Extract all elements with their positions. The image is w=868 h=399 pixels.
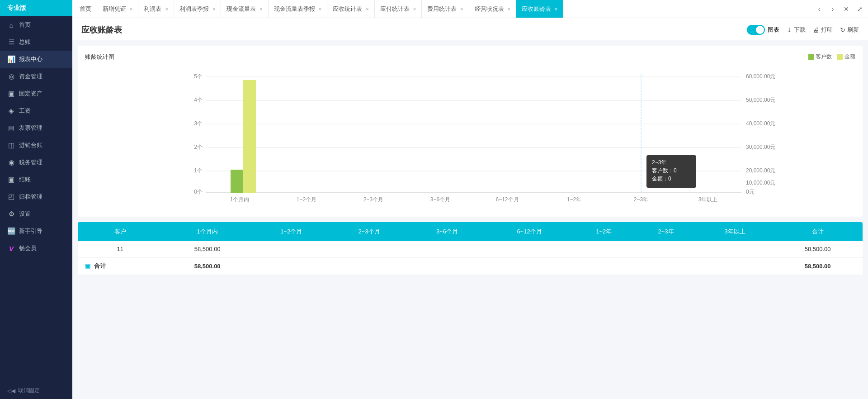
sidebar-label-vip: 畅会员 xyxy=(19,244,37,252)
tab-business-stat[interactable]: 经营状况表 × xyxy=(469,0,516,18)
app-logo: 专业版 xyxy=(0,0,72,16)
sidebar-item-salary[interactable]: ◈ 工资 xyxy=(0,102,72,119)
sidebar-item-stock[interactable]: ◫ 进销台账 xyxy=(0,137,72,154)
print-button[interactable]: 🖨 打印 xyxy=(813,26,833,34)
tab-cashflow-quarter-label: 现金流量表季报 xyxy=(274,5,315,13)
tab-close-all-button[interactable]: ✕ xyxy=(840,3,853,15)
svg-text:6~12个月: 6~12个月 xyxy=(495,196,519,203)
download-label: 下载 xyxy=(794,26,806,34)
tab-cashflow[interactable]: 现金流量表 × xyxy=(221,0,268,18)
refresh-button[interactable]: ↻ 刷新 xyxy=(840,26,859,34)
tab-home-label: 首页 xyxy=(80,5,91,13)
sidebar-item-guide[interactable]: 🆕 新手引导 xyxy=(0,223,72,240)
tab-expense-stat[interactable]: 费用统计表 × xyxy=(422,0,469,18)
tab-payable-stat-close[interactable]: × xyxy=(413,6,416,12)
total-year23 xyxy=(635,257,697,275)
stock-icon: ◫ xyxy=(7,141,15,149)
tab-business-stat-close[interactable]: × xyxy=(508,6,510,12)
sidebar-item-archive[interactable]: ◰ 归档管理 xyxy=(0,188,72,205)
total-month36 xyxy=(408,257,486,275)
unpin-icon: ◁◀ xyxy=(7,388,15,394)
tab-cashflow-quarter[interactable]: 现金流量表季报 × xyxy=(269,0,327,18)
bar-count-0[interactable] xyxy=(231,170,243,193)
chart-title: 账龄统计图 xyxy=(85,53,114,61)
legend-amount-label: 金额 xyxy=(844,53,855,61)
cell-year23 xyxy=(635,241,697,257)
cell-year12 xyxy=(573,241,635,257)
table-section: 客户 1个月内 1~2个月 2~3个月 3~6个月 6~12个月 1~2年 2~… xyxy=(78,222,863,275)
page-header: 应收账龄表 图表 ⤓ 下载 🖨 打印 ↻ 刷新 xyxy=(72,18,868,40)
sidebar-item-tax[interactable]: ◉ 税务管理 xyxy=(0,154,72,171)
main-content: 首页 新增凭证 × 利润表 × 利润表季报 × 现金流量表 × 现金流量表季报 … xyxy=(72,0,868,399)
svg-text:0个: 0个 xyxy=(194,189,203,195)
chart-svg: 5个 4个 3个 2个 1个 0个 60,000.00元 50,000.00元 … xyxy=(85,65,855,209)
total-month23 xyxy=(330,257,408,275)
tab-receivable-stat[interactable]: 应收统计表 × xyxy=(327,0,374,18)
sidebar-label-reports: 报表中心 xyxy=(19,55,42,63)
total-row-label: 合计 xyxy=(94,262,106,269)
sidebar-item-reports[interactable]: 📊 报表中心 xyxy=(0,51,72,68)
sidebar-label-salary: 工资 xyxy=(19,107,31,115)
home-icon: ⌂ xyxy=(7,21,15,29)
funds-icon: ◎ xyxy=(7,72,15,81)
page-title: 应收账龄表 xyxy=(81,24,122,35)
sidebar-item-ledger[interactable]: ☰ 总账 xyxy=(0,33,72,51)
svg-text:1个: 1个 xyxy=(194,167,203,174)
bar-amount-0[interactable] xyxy=(243,80,256,193)
svg-text:3~6个月: 3~6个月 xyxy=(430,196,450,203)
svg-text:20,000.00元: 20,000.00元 xyxy=(746,167,775,174)
col-header-month23: 2~3个月 xyxy=(330,222,408,241)
tab-bar: 首页 新增凭证 × 利润表 × 利润表季报 × 现金流量表 × 现金流量表季报 … xyxy=(72,0,868,18)
sidebar-item-closing[interactable]: ▣ 结账 xyxy=(0,171,72,188)
ledger-icon: ☰ xyxy=(7,38,15,46)
tab-expense-stat-close[interactable]: × xyxy=(460,6,463,12)
cell-month36 xyxy=(408,241,486,257)
tab-payable-stat[interactable]: 应付统计表 × xyxy=(375,0,422,18)
sidebar-item-home[interactable]: ⌂ 首页 xyxy=(0,16,72,33)
tab-profit-quarter[interactable]: 利润表季报 × xyxy=(174,0,221,18)
col-header-customer: 客户 xyxy=(78,222,162,241)
tab-profit[interactable]: 利润表 × xyxy=(138,0,174,18)
svg-text:2个: 2个 xyxy=(194,144,203,150)
chart-section: 账龄统计图 客户数 金额 5个 4个 xyxy=(78,46,863,217)
tab-voucher-close[interactable]: × xyxy=(130,6,132,12)
tab-cashflow-quarter-close[interactable]: × xyxy=(319,6,321,12)
total-total: 58,500.00 xyxy=(773,257,863,275)
sidebar-item-funds[interactable]: ◎ 资金管理 xyxy=(0,68,72,85)
sidebar-item-invoice[interactable]: ▤ 发票管理 xyxy=(0,119,72,137)
tab-cashflow-close[interactable]: × xyxy=(259,6,262,12)
sidebar-label-tax: 税务管理 xyxy=(19,158,42,166)
chart-wrapper: 5个 4个 3个 2个 1个 0个 60,000.00元 50,000.00元 … xyxy=(85,65,855,209)
tab-voucher[interactable]: 新增凭证 × xyxy=(97,0,138,18)
tab-receivable-stat-close[interactable]: × xyxy=(366,6,368,12)
sidebar: 专业版 ⌂ 首页 ☰ 总账 📊 报表中心 ◎ 资金管理 ▣ 固定资产 ◈ 工资 … xyxy=(0,0,72,399)
col-header-month12: 1~2个月 xyxy=(252,222,330,241)
chart-toggle-wrap: 图表 xyxy=(747,25,779,35)
chart-toggle[interactable] xyxy=(747,25,765,35)
tab-profit-close[interactable]: × xyxy=(165,6,168,12)
tab-home[interactable]: 首页 xyxy=(74,0,97,18)
tab-prev-button[interactable]: ‹ xyxy=(813,3,826,15)
archive-icon: ◰ xyxy=(7,193,15,201)
tab-expand-button[interactable]: ⤢ xyxy=(854,3,866,15)
col-header-total: 合计 xyxy=(773,222,863,241)
tab-profit-label: 利润表 xyxy=(144,5,161,13)
sidebar-item-settings[interactable]: ⚙ 设置 xyxy=(0,205,72,223)
sidebar-label-stock: 进销台账 xyxy=(19,141,42,149)
sidebar-item-vip[interactable]: V 畅会员 xyxy=(0,240,72,257)
svg-text:5个: 5个 xyxy=(194,73,203,80)
sidebar-item-assets[interactable]: ▣ 固定资产 xyxy=(0,85,72,102)
tab-aging[interactable]: 应收账龄表 × xyxy=(516,0,563,18)
tab-profit-quarter-close[interactable]: × xyxy=(212,6,215,12)
guide-icon: 🆕 xyxy=(7,227,15,235)
print-label: 打印 xyxy=(821,26,833,34)
svg-text:1~2个月: 1~2个月 xyxy=(297,196,316,203)
col-header-year12: 1~2年 xyxy=(573,222,635,241)
tab-controls: ‹ › ✕ ⤢ xyxy=(813,3,866,15)
svg-text:30,000.00元: 30,000.00元 xyxy=(746,144,775,150)
tab-aging-close[interactable]: × xyxy=(555,6,557,12)
total-month12 xyxy=(252,257,330,275)
unpin-button[interactable]: ◁◀ 取消固定 xyxy=(0,382,72,399)
download-button[interactable]: ⤓ 下载 xyxy=(787,26,806,34)
tab-next-button[interactable]: › xyxy=(826,3,839,15)
